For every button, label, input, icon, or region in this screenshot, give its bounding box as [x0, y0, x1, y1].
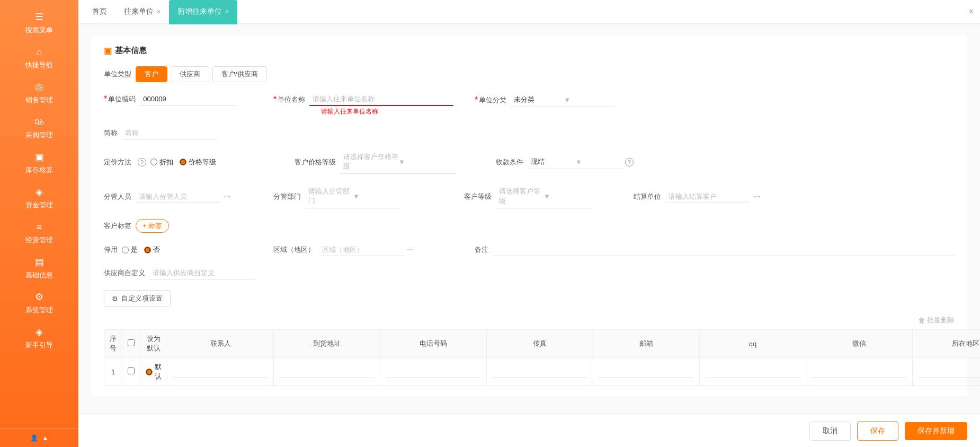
batch-delete-btn[interactable]: 🗑 批量删除	[918, 315, 955, 325]
phone-input[interactable]	[386, 365, 481, 378]
short-name-input[interactable]	[122, 127, 217, 139]
wechat-input[interactable]	[812, 365, 907, 378]
unit-category-select[interactable]: 未分类 ▼	[511, 93, 617, 107]
cell-default: 默认	[140, 358, 167, 386]
footer: 取消 保存 保存并新增	[78, 415, 980, 447]
type-btn-supplier[interactable]: 供应商	[171, 66, 209, 82]
select-all-checkbox[interactable]	[128, 339, 135, 346]
manager-row: 分管人员 ··· 分管部门 请输入分管部门 ▼ 客户等级 请选择客户等级 ▼	[104, 185, 955, 208]
table-header-row: 序号 设为默认 联系人 到货地址 电话号码 传真 邮箱 qq 微信 所在地区 操…	[104, 330, 981, 358]
close-partner-list-tab[interactable]: ×	[157, 8, 161, 15]
pricing-method-label: 定价方法	[104, 157, 131, 167]
manager-more-btn[interactable]: ···	[224, 192, 230, 201]
tab-add-partner[interactable]: 新增往来单位 ×	[169, 0, 237, 24]
manager-input[interactable]	[136, 190, 220, 203]
supplier-custom-label: 供应商自定义	[104, 268, 145, 278]
system-icon: ⚙	[33, 291, 46, 303]
col-address: 到货地址	[274, 330, 380, 358]
table-row: 1 默认	[104, 358, 981, 386]
radio-discount[interactable]: 折扣	[150, 157, 173, 167]
customer-level-label: 客户等级	[464, 192, 492, 201]
sidebar-item-new-guide[interactable]: ◈ 新手引导	[0, 320, 78, 355]
search-menu-icon: ☰	[33, 11, 46, 23]
email-input[interactable]	[599, 365, 694, 378]
sidebar-item-quick-nav[interactable]: ⌂ 快捷导航	[0, 40, 78, 75]
department-field: 分管部门 请输入分管部门 ▼	[273, 185, 443, 208]
pricing-method-radios: 折扣 价格等级	[150, 157, 216, 167]
qq-input[interactable]	[705, 365, 800, 378]
radio-no[interactable]: 否	[144, 245, 160, 255]
unit-type-buttons: 客户 供应商 客户/供应商	[136, 66, 267, 82]
region-input[interactable]	[319, 243, 404, 256]
row-checkbox[interactable]	[128, 367, 135, 374]
fax-input[interactable]	[492, 365, 587, 378]
custom-settings-btn[interactable]: ⚙ 自定义项设置	[104, 290, 171, 307]
cancel-button[interactable]: 取消	[809, 422, 851, 441]
sidebar-item-search-menu[interactable]: ☰ 搜索菜单	[0, 5, 78, 40]
operations-icon: ≡	[33, 221, 46, 233]
col-email: 邮箱	[593, 330, 700, 358]
unit-type-field: 单位类型 客户 供应商 客户/供应商	[104, 66, 267, 82]
sidebar-item-operations[interactable]: ≡ 经营管理	[0, 215, 78, 250]
supplier-custom-input[interactable]	[149, 267, 255, 279]
new-guide-icon: ◈	[33, 326, 46, 338]
sidebar-item-basic-info[interactable]: ▤ 基础信息	[0, 250, 78, 285]
col-contact: 联系人	[167, 330, 274, 358]
remark-input[interactable]	[493, 243, 955, 256]
type-btn-both[interactable]: 客户/供应商	[212, 66, 267, 82]
cell-fax	[487, 358, 593, 386]
unit-category-arrow: ▼	[564, 96, 613, 104]
default-radio-label[interactable]: 默认	[146, 362, 162, 381]
remark-field: 备注	[475, 243, 955, 256]
department-select[interactable]: 请输入分管部门 ▼	[305, 185, 400, 208]
radio-yes[interactable]: 是	[122, 245, 138, 255]
pricing-help-icon[interactable]: ?	[138, 158, 146, 166]
sidebar-item-system-mgmt[interactable]: ⚙ 系统管理	[0, 285, 78, 320]
sidebar-item-purchase-mgmt[interactable]: 🛍 采购管理	[0, 110, 78, 145]
batch-delete-icon: 🗑	[918, 317, 925, 325]
radio-price-level[interactable]: 价格等级	[180, 157, 216, 167]
tab-partner-list[interactable]: 往来单位 ×	[115, 0, 169, 24]
unit-code-input[interactable]	[140, 93, 235, 106]
save-button[interactable]: 保存	[857, 422, 898, 441]
tab-home[interactable]: 首页	[84, 0, 115, 24]
type-btn-customer[interactable]: 客户	[136, 66, 167, 82]
close-main-icon[interactable]: ×	[969, 7, 974, 16]
save-new-button[interactable]: 保存并新增	[905, 422, 967, 440]
contact-table: 序号 设为默认 联系人 到货地址 电话号码 传真 邮箱 qq 微信 所在地区 操…	[104, 329, 980, 386]
address-input[interactable]	[279, 365, 375, 378]
settlement-unit-more-btn[interactable]: ···	[753, 192, 760, 201]
contact-input[interactable]	[173, 365, 268, 378]
col-checkbox	[122, 330, 140, 358]
sidebar-item-finance[interactable]: ◈ 资金管理	[0, 180, 78, 215]
payment-terms-select[interactable]: 现结 ▼	[528, 155, 623, 169]
sidebar-item-sales-mgmt[interactable]: ◎ 销售管理	[0, 75, 78, 110]
col-phone: 电话号码	[380, 330, 487, 358]
disable-row: 停用 是 否 区域（地区） ··· 备	[104, 243, 955, 256]
batch-delete-area: 🗑 批量删除	[104, 315, 955, 325]
customer-price-level-select[interactable]: 请选择客户价格等级 ▼	[340, 150, 457, 174]
customer-price-level-field: 客户价格等级 请选择客户价格等级 ▼	[295, 150, 475, 174]
cell-address	[274, 358, 380, 386]
unit-name-error: 请输入往来单位名称	[321, 107, 378, 116]
close-add-partner-tab[interactable]: ×	[225, 8, 229, 15]
sidebar-item-inventory[interactable]: ▣ 库存核算	[0, 145, 78, 180]
pricing-row: 定价方法 ? 折扣 价格等级 客户价格等级 请选择客户价格等级	[104, 150, 955, 174]
region-more-btn[interactable]: ···	[407, 245, 414, 255]
supplier-custom-row: 供应商自定义	[104, 267, 955, 279]
payment-terms-arrow: ▼	[575, 158, 620, 166]
unit-name-input[interactable]	[309, 93, 453, 106]
location-input[interactable]	[918, 365, 980, 378]
customer-tag-row: 客户标签 + 标签	[104, 219, 955, 233]
customer-price-level-label: 客户价格等级	[295, 157, 336, 167]
short-name-label: 简称	[104, 128, 118, 138]
customer-level-select[interactable]: 请选择客户等级 ▼	[496, 185, 591, 208]
purchase-icon: 🛍	[33, 116, 46, 128]
payment-terms-help-icon[interactable]: ?	[625, 158, 634, 166]
custom-settings-icon: ⚙	[112, 295, 118, 303]
add-tag-btn[interactable]: + 标签	[136, 219, 169, 233]
sidebar-bottom: 👤▲	[0, 428, 78, 447]
cell-phone	[380, 358, 487, 386]
disable-label: 停用	[104, 245, 118, 255]
settlement-unit-input[interactable]	[665, 190, 750, 203]
